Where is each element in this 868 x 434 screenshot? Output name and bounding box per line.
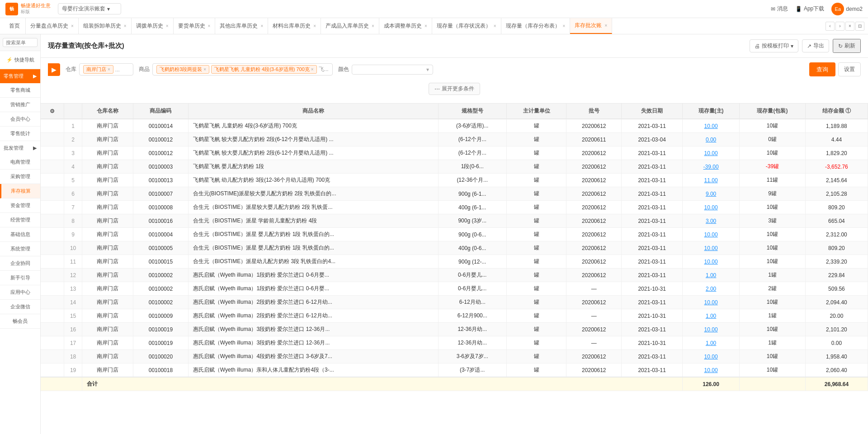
col-setting-header[interactable]: ⚙ (41, 104, 64, 119)
cell-qty-main[interactable]: 10.00 (683, 119, 740, 133)
tab-7[interactable]: 产成品入库单历史 × (321, 18, 379, 34)
tab-11-active[interactable]: 库存批次账 × (570, 18, 612, 34)
cell-qty-main[interactable]: 2.00 (683, 282, 740, 296)
cell-qty-main[interactable]: -39.00 (683, 160, 740, 174)
sidebar-item-purchase[interactable]: 采购管理 (0, 170, 40, 184)
sidebar-item-finance[interactable]: 资金管理 (0, 198, 40, 213)
table-row: 9 南岸门店 00100004 合生元（BIOSTIME）派星 婴儿配方奶粉 1… (41, 228, 868, 241)
export-btn[interactable]: ↗ 导出 (802, 39, 829, 52)
cell-qty-main[interactable]: 10.00 (683, 146, 740, 160)
tab-8[interactable]: 成本调整单历史 × (379, 18, 432, 34)
cell-qty-main[interactable]: 10.00 (683, 323, 740, 336)
sidebar-item-base[interactable]: 基础信息 (0, 227, 40, 242)
sidebar-item-wholesale[interactable]: 批发管理 ▶ (0, 141, 40, 155)
tab-6[interactable]: 材料出库单历史 × (268, 18, 321, 34)
cell-unit: 罐 (506, 336, 566, 350)
cell-qty-main[interactable]: 10.00 (683, 296, 740, 309)
cell-setting (41, 119, 64, 133)
cell-qty-main[interactable]: 1.00 (683, 336, 740, 350)
cell-qty-main[interactable]: 10.00 (683, 241, 740, 255)
tab-close-all-btn[interactable]: × (845, 22, 854, 31)
cell-balance: 2,105.28 (805, 187, 868, 201)
tab-10[interactable]: 现存量（库存分布表） × (501, 18, 571, 34)
cell-warehouse: 南岸门店 (82, 187, 133, 201)
sidebar-item-ecom[interactable]: 电商管理 (0, 155, 40, 170)
tab-close-7[interactable]: × (372, 24, 374, 28)
tab-home[interactable]: 首页 (4, 18, 26, 34)
tab-close-5[interactable]: × (260, 24, 263, 28)
sidebar-item-member[interactable]: 会员中心 (0, 112, 40, 127)
tab-2[interactable]: 组装拆卸单历史 × (79, 18, 132, 34)
cell-qty-main[interactable]: 3.00 (683, 214, 740, 228)
tab-3[interactable]: 调拨单历史 × (132, 18, 174, 34)
tab-close-10[interactable]: × (563, 24, 566, 28)
sidebar-item-apps[interactable]: 应用中心 (0, 285, 40, 300)
tab-close-8[interactable]: × (425, 24, 427, 28)
cell-name: 惠氏启赋（Wyeth illuma）1段奶粉 爱尔兰进口 0-6月婴... (188, 269, 438, 282)
cell-balance: 509.56 (805, 282, 868, 296)
message-btn[interactable]: ✉ 消息 (771, 5, 788, 13)
quick-nav-icon: ⚡ (6, 57, 13, 63)
tab-1[interactable]: 分量盘点单历史 × (26, 18, 79, 34)
query-btn[interactable]: 查询 (809, 62, 835, 76)
cell-setting (41, 133, 64, 146)
cell-qty-main[interactable]: 11.00 (683, 174, 740, 187)
cell-spec: 12-36月幼... (438, 323, 506, 336)
refresh-btn[interactable]: ↻ 刷新 (833, 39, 861, 53)
industry-selector[interactable]: 母婴行业演示账套 ▾ (58, 3, 121, 14)
cell-qty-main[interactable]: 10.00 (683, 201, 740, 214)
template-print-btn[interactable]: 🖨 按模板打印 ▾ (750, 39, 798, 52)
expand-more-btn[interactable]: ⋯ 展开更多条件 (429, 83, 480, 95)
cell-spec: (6-12个月... (438, 133, 506, 146)
tab-nav-btns: ‹ › × ⊡ (826, 22, 864, 31)
tab-close-6[interactable]: × (313, 24, 316, 28)
tab-close-9[interactable]: × (494, 24, 496, 28)
sidebar-item-system[interactable]: 系统管理 (0, 242, 40, 256)
warehouse-tag-group[interactable]: 南岸门店 × ... (79, 63, 133, 75)
quick-nav-item[interactable]: ⚡ 快捷导航 (0, 54, 40, 66)
tab-close-4[interactable]: × (208, 24, 211, 28)
tab-next-btn[interactable]: › (835, 22, 844, 31)
tab-close-1[interactable]: × (71, 24, 74, 28)
cell-qty-main[interactable]: 10.00 (683, 255, 740, 269)
warehouse-tag-close[interactable]: × (108, 67, 110, 72)
tab-4[interactable]: 要货单历史 × (174, 18, 216, 34)
table-row: 7 南岸门店 00100008 合生元（BIOSTIME）派星较大婴儿配方奶粉 … (41, 201, 868, 214)
app-download-btn[interactable]: 📱 App下载 (795, 5, 824, 13)
sidebar-item-wechat[interactable]: 企业微信 (0, 300, 40, 314)
sidebar-item-retail-mgmt[interactable]: 零售管理 ▶ (0, 69, 40, 83)
color-tag-group[interactable]: ▾ (352, 65, 433, 75)
sidebar-item-retail-stats[interactable]: 零售统计 (0, 127, 40, 141)
product-tag-group[interactable]: 飞鹤奶粉3段两提装 × 飞鹤星飞帆 儿童奶粉 4段(3-6岁适用) 700克 ×… (152, 63, 333, 75)
setting-btn[interactable]: 设置 (838, 62, 861, 76)
tab-9[interactable]: 现存量（库存状况表） × (432, 18, 501, 34)
sidebar-item-vip[interactable]: 畅会员 (0, 314, 40, 329)
sidebar-item-guide[interactable]: 新手引导 (0, 271, 40, 285)
product-tag-2-close[interactable]: × (311, 67, 314, 72)
sidebar-item-business[interactable]: 经营管理 (0, 213, 40, 227)
sidebar-item-retail-mall[interactable]: 零售商城 (0, 83, 40, 98)
tab-close-2[interactable]: × (124, 24, 127, 28)
table-row: 15 南岸门店 00100009 惠氏启赋（Wyeth illuma）2段奶粉 … (41, 309, 868, 323)
sidebar-item-inventory[interactable]: 库存核算 (0, 184, 40, 198)
tab-prev-btn[interactable]: ‹ (826, 22, 835, 31)
cell-qty-main[interactable]: 10.00 (683, 350, 740, 363)
cell-qty-main[interactable]: 9.00 (683, 187, 740, 201)
tab-close-3[interactable]: × (166, 24, 169, 28)
user-area[interactable]: Ea demo2 (831, 3, 863, 15)
cell-qty-main[interactable]: 10.00 (683, 228, 740, 241)
tab-5[interactable]: 其他出库单历史 × (215, 18, 268, 34)
search-input[interactable] (3, 38, 38, 47)
cell-qty-main[interactable]: 0.00 (683, 133, 740, 146)
sidebar-item-marketing[interactable]: 营销推广 (0, 98, 40, 112)
expand-filter-btn[interactable]: ▶ (48, 63, 60, 76)
cell-qty-main[interactable]: 10.00 (683, 363, 740, 377)
sidebar-item-collab[interactable]: 企业协同 (0, 256, 40, 271)
cell-qty-main[interactable]: 1.00 (683, 309, 740, 323)
cell-balance: 809.20 (805, 241, 868, 255)
tab-maximize-btn[interactable]: ⊡ (855, 22, 864, 31)
product-tag-1-close[interactable]: × (203, 67, 206, 72)
tab-close-11[interactable]: × (604, 23, 607, 28)
cell-qty-main[interactable]: 1.00 (683, 269, 740, 282)
cell-spec: 900g (12-... (438, 255, 506, 269)
